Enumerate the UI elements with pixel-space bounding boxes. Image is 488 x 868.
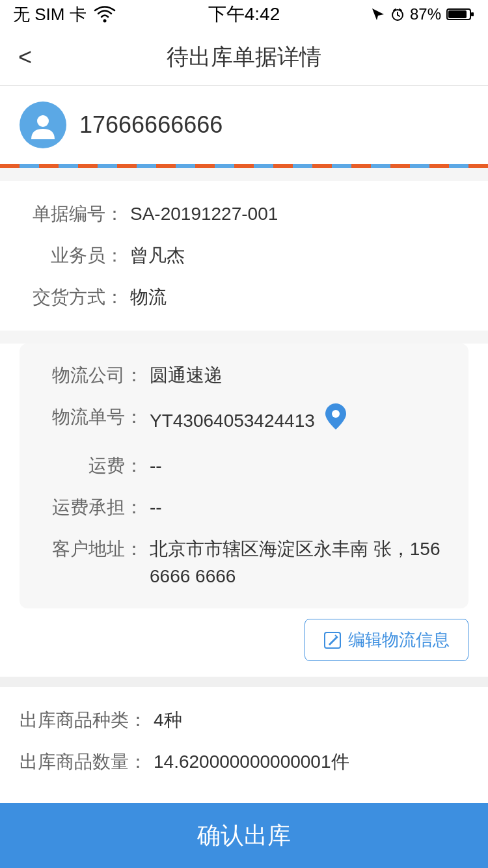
dashed-divider — [0, 164, 488, 168]
delivery-label: 交货方式： — [20, 284, 124, 311]
confirm-button-label: 确认出库 — [197, 820, 291, 852]
logistics-inner-card: 物流公司： 圆通速递 物流单号： YT43064053424413 运费： — [20, 344, 468, 608]
person-icon — [29, 111, 57, 139]
order-number-label: 单据编号： — [20, 200, 124, 228]
agent-label: 业务员： — [20, 242, 124, 269]
status-right: 87% — [371, 5, 475, 23]
status-time: 下午4:42 — [208, 2, 280, 27]
edit-icon — [323, 631, 342, 649]
freight-bearer-row: 运费承担： -- — [39, 494, 449, 521]
logistics-tracking-value: YT43064053424413 — [143, 403, 449, 438]
confirm-bar[interactable]: 确认出库 — [0, 803, 488, 868]
order-number-value: SA-20191227-001 — [124, 200, 468, 228]
status-bar: 无 SIM 卡 下午4:42 87% — [0, 0, 488, 29]
product-type-label: 出库商品种类： — [20, 707, 147, 734]
status-carrier: 无 SIM 卡 — [13, 3, 116, 26]
logistics-company-value: 圆通速递 — [143, 362, 449, 389]
svg-point-0 — [103, 20, 106, 23]
address-label: 客户地址： — [39, 536, 143, 563]
logistics-company-label: 物流公司： — [39, 362, 143, 389]
tracking-location-icon[interactable] — [325, 403, 346, 438]
product-quantity-value: 14.620000000000001件 — [147, 748, 468, 776]
freight-row: 运费： -- — [39, 452, 449, 480]
order-number-row: 单据编号： SA-20191227-001 — [20, 200, 468, 228]
delivery-value: 物流 — [124, 284, 468, 311]
svg-line-4 — [398, 15, 400, 16]
wifi-icon — [93, 6, 116, 23]
svg-point-10 — [37, 115, 49, 127]
address-row: 客户地址： 北京市市辖区海淀区永丰南 张，156 6666 6666 — [39, 536, 449, 590]
logistics-tracking-label: 物流单号： — [39, 403, 143, 431]
alarm-icon — [390, 7, 405, 21]
product-quantity-label: 出库商品数量： — [20, 748, 147, 776]
freight-label: 运费： — [39, 452, 143, 480]
freight-bearer-value: -- — [143, 494, 449, 521]
avatar — [20, 102, 66, 148]
back-button[interactable]: < — [18, 44, 32, 71]
freight-value: -- — [143, 452, 449, 480]
agent-row: 业务员： 曾凡杰 — [20, 242, 468, 269]
logistics-company-row: 物流公司： 圆通速递 — [39, 362, 449, 389]
logistics-section: 物流公司： 圆通速递 物流单号： YT43064053424413 运费： — [0, 344, 488, 677]
page-title: 待出库单据详情 — [167, 42, 321, 72]
svg-marker-1 — [372, 8, 384, 20]
product-type-row: 出库商品种类： 4种 — [20, 707, 468, 734]
edit-logistics-button[interactable]: 编辑物流信息 — [305, 619, 468, 661]
location-arrow-icon — [371, 7, 385, 21]
nav-bar: < 待出库单据详情 — [0, 29, 488, 86]
svg-rect-8 — [448, 10, 467, 18]
svg-point-11 — [332, 410, 340, 418]
freight-bearer-label: 运费承担： — [39, 494, 143, 521]
edit-logistics-label: 编辑物流信息 — [348, 629, 450, 651]
svg-rect-9 — [471, 12, 474, 16]
product-quantity-row: 出库商品数量： 14.620000000000001件 — [20, 748, 468, 776]
delivery-row: 交货方式： 物流 — [20, 284, 468, 311]
section-divider — [0, 677, 488, 687]
customer-phone: 17666666666 — [79, 111, 223, 139]
address-value: 北京市市辖区海淀区永丰南 张，156 6666 6666 — [143, 536, 449, 590]
product-type-value: 4种 — [147, 707, 468, 734]
customer-header: 17666666666 — [0, 86, 488, 164]
edit-logistics-area: 编辑物流信息 — [0, 608, 488, 677]
product-section: 出库商品种类： 4种 出库商品数量： 14.620000000000001件 — [0, 687, 488, 795]
agent-value: 曾凡杰 — [124, 242, 468, 269]
order-info-section: 单据编号： SA-20191227-001 业务员： 曾凡杰 交货方式： 物流 — [0, 181, 488, 331]
logistics-tracking-row: 物流单号： YT43064053424413 — [39, 403, 449, 438]
battery-icon — [446, 7, 475, 21]
